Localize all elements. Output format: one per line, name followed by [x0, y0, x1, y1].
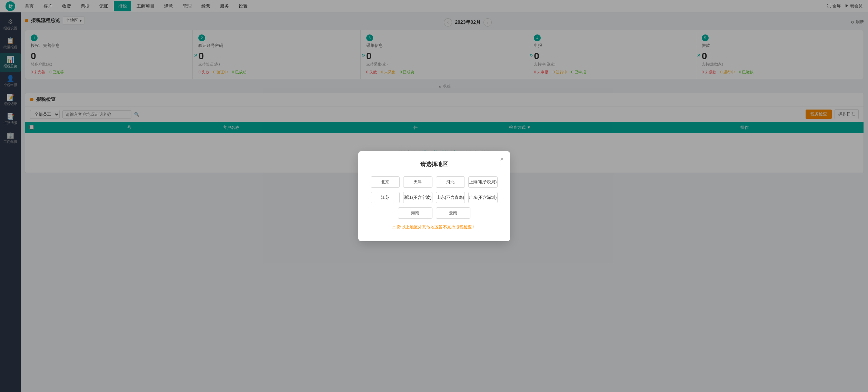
region-btn-jiangsu[interactable]: 江苏	[371, 192, 400, 203]
region-btn-hainan[interactable]: 海南	[398, 207, 432, 219]
region-row-2: 江苏 浙江(不含宁波) 山东(不含青岛) 广东(不含深圳)	[371, 192, 498, 203]
region-btn-shandong[interactable]: 山东(不含青岛)	[436, 192, 465, 203]
modal-close-btn[interactable]: ×	[500, 156, 504, 162]
warning-icon: ⚠	[392, 225, 396, 229]
region-modal: × 请选择地区 北京 天津 河北 上海(电子税局) 江苏 浙江(不含宁波) 山东…	[358, 151, 510, 241]
region-btn-beijing[interactable]: 北京	[371, 176, 400, 188]
modal-title: 请选择地区	[371, 161, 498, 168]
region-btn-yunnan[interactable]: 云南	[436, 207, 470, 219]
region-btn-guangdong[interactable]: 广东(不含深圳)	[468, 192, 498, 203]
modal-overlay: × 请选择地区 北京 天津 河北 上海(电子税局) 江苏 浙江(不含宁波) 山东…	[0, 0, 868, 392]
region-row-3: 海南 云南	[371, 207, 498, 219]
modal-warning: ⚠ 除以上地区外其他地区暂不支持报税检查！	[371, 224, 498, 230]
region-row-1: 北京 天津 河北 上海(电子税局)	[371, 176, 498, 188]
region-btn-hebei[interactable]: 河北	[436, 176, 465, 188]
region-btn-shanghai[interactable]: 上海(电子税局)	[468, 176, 498, 188]
region-btn-zhejiang[interactable]: 浙江(不含宁波)	[403, 192, 432, 203]
region-btn-tianjin[interactable]: 天津	[403, 176, 432, 188]
